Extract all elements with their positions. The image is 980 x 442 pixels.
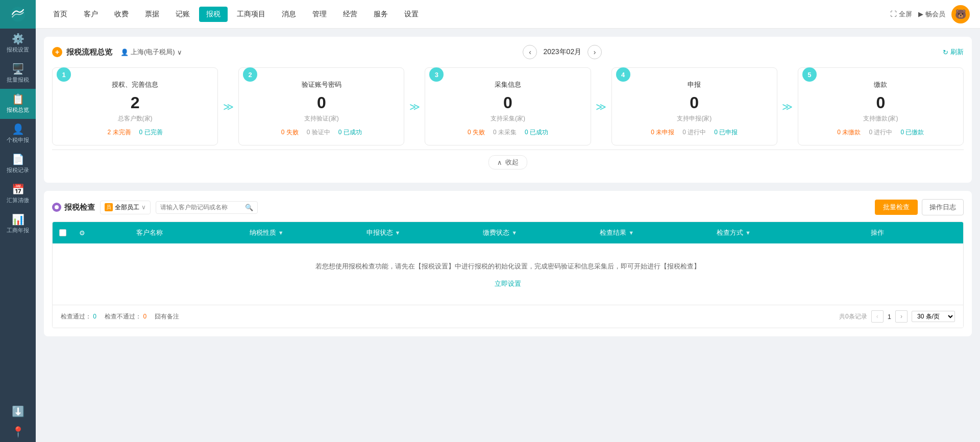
filter-icon-declaration: ▼	[395, 230, 401, 236]
th-declaration-status[interactable]: 申报状态 ▼	[325, 228, 442, 237]
stat-declared-4[interactable]: 0 已申报	[714, 128, 738, 137]
nav-home[interactable]: 首页	[46, 7, 75, 22]
sidebar-bottom: ⬇️ 📍	[0, 401, 36, 442]
flow-arrow-3: ≫	[591, 67, 611, 145]
nav-services[interactable]: 服务	[366, 7, 395, 22]
table-body-empty: 若您想使用报税检查功能，请先在【报税设置】中进行报税的初始化设置，完成密码验证和…	[53, 243, 963, 305]
nav-management[interactable]: 管理	[305, 7, 334, 22]
header-checkbox[interactable]	[53, 229, 73, 236]
personal-tax-icon: 👤	[12, 124, 24, 134]
setup-link[interactable]: 立即设置	[495, 280, 521, 287]
sidebar-item-personal-tax[interactable]: 👤 个税申报	[0, 119, 36, 149]
top-right-actions: ⛶ 全屏 ▶ 畅会员 🐻	[890, 5, 970, 23]
top-navigation: 首页 客户 收费 票据 记账 报税 工商项目 消息 管理 经营 服务 设置 ⛶ …	[36, 0, 980, 29]
plus-icon: +	[52, 47, 62, 57]
user-avatar[interactable]: 🐻	[951, 5, 970, 23]
stat-fail-3[interactable]: 0 失败	[468, 128, 485, 137]
th-check-result[interactable]: 检查结果 ▼	[558, 228, 675, 237]
nav-operations[interactable]: 经营	[336, 7, 364, 22]
flow-step-4: 4 申报 0 支持申报(家) 0 未申报 0 进行中	[611, 67, 777, 145]
stat-undeclared-4[interactable]: 0 未申报	[651, 128, 674, 137]
sidebar-item-annual-report[interactable]: 📊 工商年报	[0, 209, 36, 239]
download-icon: ⬇️	[12, 406, 24, 416]
footer-pagination: 共0条记录 ‹ 1 › 30 条/页 50 条/页 100 条/页	[839, 310, 955, 323]
clearance-icon: 📅	[12, 184, 24, 194]
fail-value[interactable]: 0	[143, 313, 146, 320]
sidebar-item-tax-overview[interactable]: 📋 报税总览	[0, 89, 36, 119]
select-all-checkbox[interactable]	[59, 229, 66, 236]
nav-business[interactable]: 工商项目	[230, 7, 273, 22]
location-selector[interactable]: 👤 上海(电子税局) ∨	[120, 47, 182, 57]
annual-report-icon: 📊	[12, 214, 24, 225]
current-page: 1	[888, 313, 891, 321]
sidebar-item-tax-records[interactable]: 📄 报税记录	[0, 149, 36, 179]
employee-filter-select[interactable]: 员 全部员工 ∨	[100, 201, 151, 214]
sidebar-item-download[interactable]: ⬇️	[0, 401, 36, 422]
flow-step-2: 2 验证账号密码 0 支持验证(家) 0 失败 0 验证中	[238, 67, 404, 145]
per-page-selector[interactable]: 30 条/页 50 条/页 100 条/页	[912, 311, 955, 322]
stat-unpaid-5[interactable]: 0 未缴款	[837, 128, 861, 137]
search-icon[interactable]: 🔍	[245, 204, 253, 211]
tax-overview-icon: 📋	[12, 94, 24, 104]
app-logo[interactable]	[0, 0, 36, 29]
refresh-button[interactable]: ↻ 刷新	[943, 47, 964, 57]
fullscreen-button[interactable]: ⛶ 全屏	[890, 10, 912, 19]
stat-success-3[interactable]: 0 已成功	[525, 128, 548, 137]
table-header: ⚙ 客户名称 纳税性质 ▼ 申报状态 ▼ 缴费状态 ▼	[53, 222, 963, 243]
check-card-left: 报税检查 员 全部员工 ∨ 🔍	[52, 201, 258, 214]
stat-success-2[interactable]: 0 已成功	[338, 128, 362, 137]
sidebar-label-tax-settings: 报税设置	[7, 46, 29, 54]
sidebar-label-batch-tax: 批量报税	[7, 76, 29, 84]
nav-settings[interactable]: 设置	[397, 7, 426, 22]
th-check-method[interactable]: 检查方式 ▼	[675, 228, 792, 237]
nav-tax[interactable]: 报税	[199, 7, 228, 22]
prev-page-button[interactable]: ‹	[871, 310, 884, 323]
next-page-button[interactable]: ›	[895, 310, 908, 323]
sidebar-label-annual-report: 工商年报	[7, 227, 29, 234]
sidebar-item-location[interactable]: 📍	[0, 422, 36, 442]
pass-value[interactable]: 0	[93, 313, 96, 320]
sidebar-item-clearance[interactable]: 📅 汇算清缴	[0, 179, 36, 209]
settings-icon: ⚙	[79, 229, 85, 237]
filter-icon-tax-nature: ▼	[278, 230, 284, 236]
stat-incomplete[interactable]: 2 未完善	[108, 128, 131, 137]
step-num-5: 5	[802, 67, 817, 82]
tax-settings-icon: ⚙️	[12, 34, 24, 44]
th-payment-status[interactable]: 缴费状态 ▼	[442, 228, 558, 237]
next-month-button[interactable]: ›	[587, 45, 602, 59]
header-settings[interactable]: ⚙	[73, 229, 91, 237]
th-tax-nature[interactable]: 纳税性质 ▼	[208, 228, 325, 237]
step-num-4: 4	[616, 67, 630, 82]
nav-fees[interactable]: 收费	[107, 7, 136, 22]
content-area: + 报税流程总览 👤 上海(电子税局) ∨ ‹ 2023年02月 › ↻	[36, 29, 980, 442]
customer-search-input[interactable]	[160, 204, 243, 211]
collapse-button[interactable]: ∧ 收起	[488, 155, 527, 169]
nav-invoices[interactable]: 票据	[138, 7, 166, 22]
member-icon: ▶	[918, 10, 923, 18]
nav-bookkeeping[interactable]: 记账	[168, 7, 197, 22]
employee-icon: 员	[105, 203, 113, 211]
member-button[interactable]: ▶ 畅会员	[918, 10, 945, 19]
fail-label: 检查不通过： 0	[105, 312, 146, 321]
tax-check-card: 报税检查 员 全部员工 ∨ 🔍 批量检查 操作日志	[44, 191, 972, 336]
stat-verifying-2: 0 验证中	[307, 128, 330, 137]
stat-fail-2[interactable]: 0 失败	[281, 128, 299, 137]
note-label: 囧有备注	[155, 312, 179, 321]
pass-label: 检查通过： 0	[61, 312, 96, 321]
step-stats-1: 2 未完善 0 已完善	[59, 128, 211, 137]
stat-paid-5[interactable]: 0 已缴款	[900, 128, 924, 137]
sidebar: ⚙️ 报税设置 🖥️ 批量报税 📋 报税总览 👤 个税申报 📄 报税记录 📅 汇…	[0, 0, 36, 442]
nav-messages[interactable]: 消息	[275, 7, 303, 22]
step-count-2: 0	[245, 93, 398, 112]
step-stats-5: 0 未缴款 0 进行中 0 已缴款	[804, 128, 957, 137]
sidebar-item-batch-tax[interactable]: 🖥️ 批量报税	[0, 59, 36, 89]
sidebar-item-tax-settings[interactable]: ⚙️ 报税设置	[0, 29, 36, 59]
batch-check-button[interactable]: 批量检查	[875, 200, 918, 215]
step-desc-4: 支持申报(家)	[618, 114, 771, 123]
operation-log-button[interactable]: 操作日志	[922, 199, 964, 215]
step-desc-5: 支持缴款(家)	[804, 114, 957, 123]
prev-month-button[interactable]: ‹	[523, 45, 537, 59]
stat-complete[interactable]: 0 已完善	[139, 128, 163, 137]
member-label: 畅会员	[925, 10, 945, 19]
nav-client[interactable]: 客户	[77, 7, 105, 22]
